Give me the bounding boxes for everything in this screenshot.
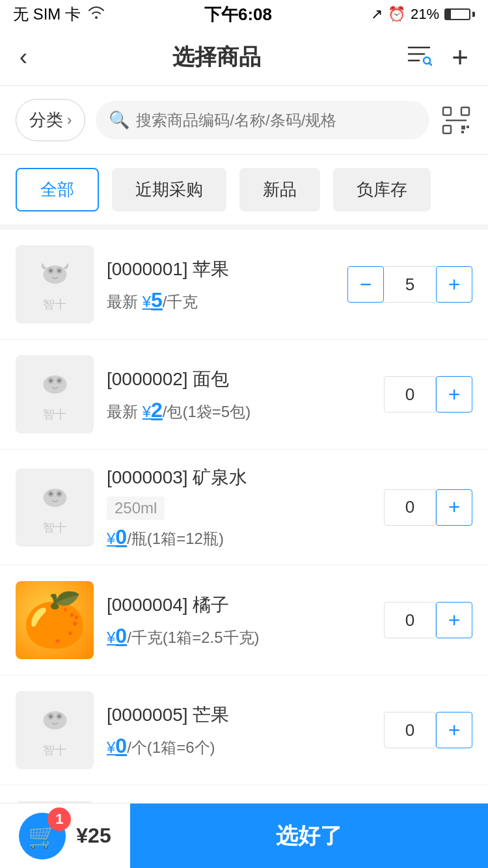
back-button[interactable]: ‹ — [20, 44, 27, 71]
increase-button[interactable]: + — [436, 602, 472, 638]
search-input[interactable] — [136, 111, 416, 129]
decrease-button[interactable]: − — [347, 266, 384, 303]
list-item: 智十 [0000002] 面包 最新 ¥2/包(1袋=5包) + — [0, 340, 488, 450]
placeholder-owl: 智十 — [37, 256, 73, 312]
confirm-button[interactable]: 选好了 — [130, 804, 488, 868]
product-image-0000003: 智十 — [16, 468, 94, 547]
price-currency: ¥ — [107, 629, 115, 646]
status-bar: 无 SIM 卡 下午6:08 ↗ ⏰ 21% — [0, 0, 488, 29]
increase-button[interactable]: + — [436, 489, 472, 526]
quantity-input[interactable] — [384, 376, 436, 413]
qty-control-0000001: − + — [347, 266, 472, 303]
category-button[interactable]: 分类 › — [16, 99, 85, 141]
owl-brand-text: 智十 — [43, 407, 66, 422]
chevron-right-icon: › — [67, 112, 72, 129]
qty-control-0000003: + — [384, 489, 472, 526]
increase-button[interactable]: + — [436, 266, 472, 303]
price-amount: 0 — [115, 734, 127, 757]
product-info-0000003: [0000003] 矿泉水 250ml ¥0/瓶(1箱=12瓶) — [107, 465, 371, 549]
tab-new[interactable]: 新品 — [239, 168, 320, 211]
placeholder-owl: 智十 — [37, 702, 73, 758]
svg-point-31 — [57, 715, 61, 718]
tab-negative[interactable]: 负库存 — [333, 168, 431, 211]
product-list: 智十 [0000001] 苹果 最新 ¥5/千克 − + — [0, 230, 488, 868]
battery-percent: 21% — [411, 6, 439, 23]
svg-rect-5 — [443, 107, 451, 115]
increase-button[interactable]: + — [436, 376, 472, 413]
price-amount: 5 — [151, 288, 163, 312]
product-price: ¥0/瓶(1箱=12瓶) — [107, 525, 371, 549]
quantity-input[interactable] — [384, 489, 436, 526]
svg-point-17 — [43, 375, 66, 394]
quantity-input[interactable] — [384, 602, 436, 638]
search-area: 分类 › 🔍 — [0, 86, 488, 155]
list-item: 智十 [0000001] 苹果 最新 ¥5/千克 − + — [0, 230, 488, 340]
qty-control-0000004: + — [384, 602, 472, 638]
price-currency: ¥ — [107, 530, 115, 547]
price-currency: ¥ — [142, 293, 151, 310]
svg-rect-10 — [467, 126, 469, 128]
quantity-input[interactable] — [384, 712, 436, 748]
svg-rect-7 — [443, 126, 451, 133]
tab-recent[interactable]: 近期采购 — [112, 168, 226, 211]
category-label: 分类 — [29, 109, 63, 131]
qty-control-0000005: + — [384, 712, 472, 748]
svg-rect-6 — [461, 107, 469, 115]
price-amount: 0 — [115, 525, 127, 549]
price-amount: 0 — [115, 624, 127, 647]
list-item: 智十 [0000005] 芒果 ¥0/个(1箱=6个) + — [0, 675, 488, 785]
svg-point-25 — [49, 492, 52, 495]
price-unit: /瓶(1箱=12瓶) — [127, 530, 224, 547]
product-name: [0000005] 芒果 — [107, 703, 371, 727]
status-left: 无 SIM 卡 — [13, 4, 105, 25]
product-price: 最新 ¥2/包(1袋=5包) — [107, 398, 371, 422]
carrier-text: 无 SIM 卡 — [13, 4, 81, 25]
owl-icon — [37, 702, 73, 737]
scan-icon[interactable] — [440, 104, 472, 137]
cart-area: 🛒 1 ¥25 — [0, 813, 130, 860]
quantity-input[interactable] — [384, 266, 436, 303]
product-info-0000001: [0000001] 苹果 最新 ¥5/千克 — [107, 257, 334, 312]
price-unit: /个(1箱=6个) — [127, 739, 215, 756]
product-price: ¥0/个(1箱=6个) — [107, 734, 371, 758]
page-title: 选择商品 — [172, 42, 261, 72]
cart-total-price: ¥25 — [76, 824, 111, 848]
product-image-0000005: 智十 — [16, 691, 94, 769]
price-amount: 2 — [151, 398, 163, 422]
product-name: [0000002] 面包 — [107, 367, 371, 392]
owl-brand-text: 智十 — [43, 742, 66, 758]
price-unit: /千克 — [163, 293, 198, 310]
owl-brand-text: 智十 — [43, 297, 66, 312]
cart-badge: 1 — [47, 807, 71, 831]
nav-actions: + — [406, 41, 468, 74]
list-item: [0000004] 橘子 ¥0/千克(1箱=2.5千克) + — [0, 565, 488, 675]
cart-button[interactable]: 🛒 1 — [19, 813, 66, 860]
svg-rect-11 — [461, 131, 464, 133]
product-info-0000005: [0000005] 芒果 ¥0/个(1箱=6个) — [107, 703, 371, 758]
filter-icon[interactable] — [406, 42, 432, 72]
price-currency: ¥ — [107, 739, 115, 756]
alarm-icon: ⏰ — [388, 6, 405, 23]
product-name: [0000004] 橘子 — [107, 593, 371, 617]
status-right: ↗ ⏰ 21% — [371, 6, 475, 23]
svg-point-30 — [49, 715, 52, 718]
product-info-0000004: [0000004] 橘子 ¥0/千克(1箱=2.5千克) — [107, 593, 371, 648]
placeholder-owl: 智十 — [37, 480, 73, 536]
list-item: 智十 [0000003] 矿泉水 250ml ¥0/瓶(1箱=12瓶) + — [0, 450, 488, 565]
wifi-icon — [87, 5, 105, 23]
tab-all[interactable]: 全部 — [16, 168, 99, 211]
add-icon[interactable]: + — [452, 41, 468, 74]
svg-point-16 — [57, 269, 61, 273]
product-info-0000002: [0000002] 面包 最新 ¥2/包(1袋=5包) — [107, 367, 371, 422]
product-image-0000001: 智十 — [16, 245, 94, 323]
owl-icon — [37, 256, 73, 292]
product-name: [0000001] 苹果 — [107, 257, 334, 282]
svg-point-15 — [49, 269, 52, 273]
svg-point-26 — [57, 492, 61, 495]
product-name: [0000003] 矿泉水 — [107, 465, 371, 490]
placeholder-owl: 智十 — [37, 366, 73, 422]
increase-button[interactable]: + — [436, 712, 472, 748]
svg-point-22 — [43, 489, 66, 507]
svg-rect-9 — [461, 126, 465, 129]
search-icon: 🔍 — [109, 110, 129, 130]
